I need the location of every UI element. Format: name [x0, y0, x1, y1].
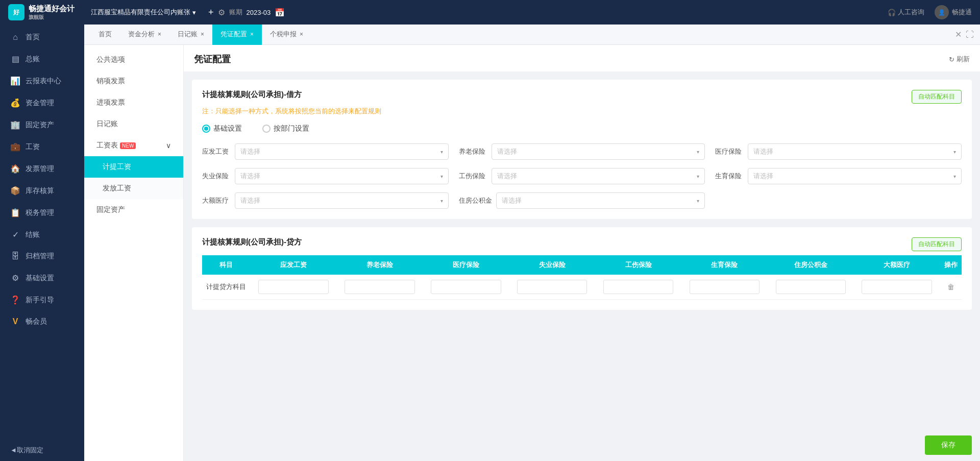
radio-basic-label: 基础设置 — [213, 124, 242, 133]
select-yiliao[interactable]: 请选择 ▾ — [748, 143, 962, 160]
gear-icon: ⚙ — [10, 273, 20, 283]
tab-journal[interactable]: 日记账 × — [169, 25, 212, 45]
nav-fixed-assets[interactable]: 固定资产 — [84, 199, 183, 221]
select-gongshang[interactable]: 请选择 ▾ — [492, 168, 705, 184]
sidebar-item-salary[interactable]: 💼 工资 — [0, 136, 84, 158]
sidebar-item-settlement[interactable]: ✓ 结账 — [0, 224, 84, 246]
sidebar-label-guide: 新手引导 — [26, 296, 54, 305]
radio-group: 基础设置 按部门设置 — [202, 124, 962, 133]
select-yingfa[interactable]: 请选择 ▾ — [235, 143, 449, 160]
sidebar-item-guide[interactable]: ❓ 新手引导 — [0, 289, 84, 311]
select-shiye[interactable]: 请选择 ▾ — [235, 168, 449, 184]
logo-text: 畅捷通好会计 — [29, 4, 75, 14]
col-daeyiliao: 大额医疗 — [854, 255, 940, 275]
tab-tax-close[interactable]: × — [300, 31, 303, 38]
input-shiye[interactable] — [517, 280, 587, 294]
radio-basic[interactable]: 基础设置 — [202, 124, 242, 133]
company-selector[interactable]: 江西服宝精品有限责任公司内账张 ▾ — [91, 8, 196, 17]
sidebar-item-ledger[interactable]: ▤ 总账 — [0, 48, 84, 70]
sidebar-item-home[interactable]: ⌂ 首页 — [0, 27, 84, 48]
nav-sales[interactable]: 销项发票 — [84, 70, 183, 92]
guide-icon: ❓ — [10, 295, 20, 305]
sidebar-label-invoice: 发票管理 — [26, 164, 54, 174]
sidebar-item-funds[interactable]: 💰 资金管理 — [0, 92, 84, 114]
sidebar-label-member: 畅会员 — [26, 317, 47, 326]
tab-journal-close[interactable]: × — [201, 31, 204, 38]
save-button[interactable]: 保存 — [925, 435, 972, 455]
radio-dept[interactable]: 按部门设置 — [262, 124, 309, 133]
field-yanglao: 养老保险 请选择 ▾ — [459, 143, 705, 160]
input-yingfa[interactable] — [258, 280, 329, 294]
tab-funds-close[interactable]: × — [158, 31, 161, 38]
nav-calc-salary[interactable]: 计提工资 — [84, 156, 183, 178]
chevron-down-icon: ▾ — [697, 149, 699, 155]
nav-pay-salary[interactable]: 发放工资 — [84, 178, 183, 199]
input-yiliao[interactable] — [431, 280, 501, 294]
refresh-label: 刷新 — [957, 55, 970, 64]
sidebar-item-settings[interactable]: ⚙ 基础设置 — [0, 267, 84, 289]
nav-salary-table[interactable]: 工资表NEW ∨ — [84, 135, 183, 156]
tab-voucher-close[interactable]: × — [250, 31, 254, 38]
label-shiye: 失业保险 — [202, 172, 231, 181]
company-name: 江西服宝精品有限责任公司内账张 — [91, 8, 190, 17]
label-yingfa: 应发工资 — [202, 147, 231, 156]
sidebar-item-inventory[interactable]: 📦 库存核算 — [0, 180, 84, 202]
settings-button[interactable]: ⚙ — [218, 8, 225, 17]
field-shiye: 失业保险 请选择 ▾ — [202, 168, 449, 184]
cell-gongshang — [595, 275, 681, 300]
input-shengyu[interactable] — [690, 280, 760, 294]
col-yiliao: 医疗保险 — [423, 255, 509, 275]
input-zhufang[interactable] — [776, 280, 846, 294]
new-badge: NEW — [120, 142, 136, 149]
service-button[interactable]: 🎧 人工咨询 — [888, 8, 924, 17]
logo: 好 畅捷通好会计 旗舰版 — [8, 4, 75, 21]
sidebar-label-tax: 税务管理 — [26, 208, 54, 217]
credit-auto-match-button[interactable]: 自动匹配科目 — [912, 237, 962, 251]
period-label: 账期 — [229, 8, 242, 17]
label-yiliao: 医疗保险 — [715, 147, 744, 156]
tab-voucher[interactable]: 凭证配置 × — [212, 25, 262, 45]
select-daeyiliao[interactable]: 请选择 ▾ — [235, 192, 449, 209]
input-gongshang[interactable] — [603, 280, 674, 294]
col-gongshang: 工伤保险 — [595, 255, 681, 275]
cancel-fixed-button[interactable]: ◄取消固定 — [0, 440, 84, 461]
refresh-icon: ↻ — [949, 56, 954, 63]
field-gongshang: 工伤保险 请选择 ▾ — [459, 168, 705, 184]
field-shengyu: 生育保险 请选择 ▾ — [715, 168, 962, 184]
tab-funds[interactable]: 资金分析 × — [120, 25, 169, 45]
cell-yiliao — [423, 275, 509, 300]
select-yanglao[interactable]: 请选择 ▾ — [492, 143, 705, 160]
sidebar-item-archive[interactable]: 🗄 归档管理 — [0, 246, 84, 267]
radio-dept-circle — [262, 125, 271, 133]
calendar-button[interactable]: 📅 — [275, 8, 285, 17]
reports-icon: 📊 — [10, 76, 20, 86]
cell-subject-label: 计提贷方科目 — [202, 275, 251, 300]
nav-purchase[interactable]: 进项发票 — [84, 92, 183, 113]
col-yingfa: 应发工资 — [251, 255, 337, 275]
credit-section-header: 计提核算规则(公司承担)-贷方 自动匹配科目 — [202, 237, 962, 251]
debit-section: 计提核算规则(公司承担)-借方 自动匹配科目 注：只能选择一种方式，系统将按照您… — [192, 80, 972, 219]
refresh-button[interactable]: ↻ 刷新 — [949, 55, 970, 64]
sidebar-item-invoice[interactable]: 🏠 发票管理 — [0, 158, 84, 180]
sidebar-item-tax[interactable]: 📋 税务管理 — [0, 202, 84, 224]
main-panel: 凭证配置 ↻ 刷新 计提核算规则(公司承担)-借方 自动匹配科目 注：只能选择一… — [184, 45, 980, 461]
input-daeyiliao[interactable] — [862, 280, 932, 294]
select-shengyu-placeholder: 请选择 — [753, 172, 773, 181]
tab-home[interactable]: 首页 — [90, 25, 120, 45]
sidebar-item-reports[interactable]: 📊 云报表中心 — [0, 70, 84, 92]
select-shengyu[interactable]: 请选择 ▾ — [748, 168, 962, 184]
select-zhufang[interactable]: 请选择 ▾ — [496, 192, 705, 209]
sidebar-item-assets[interactable]: 🏢 固定资产 — [0, 114, 84, 136]
label-daeyiliao: 大额医疗 — [202, 196, 231, 205]
nav-public[interactable]: 公共选项 — [84, 49, 183, 70]
tab-tax[interactable]: 个税申报 × — [262, 25, 311, 45]
delete-row-button[interactable]: 🗑 — [947, 283, 954, 291]
debit-auto-match-button[interactable]: 自动匹配科目 — [912, 90, 962, 104]
tab-close-all[interactable]: ✕ — [955, 30, 962, 39]
sidebar-item-member[interactable]: V 畅会员 — [0, 311, 84, 332]
tab-fullscreen[interactable]: ⛶ — [966, 30, 974, 39]
add-button[interactable]: + — [208, 7, 214, 18]
nav-journal[interactable]: 日记账 — [84, 113, 183, 135]
debit-form-grid: 应发工资 请选择 ▾ 养老保险 请选择 ▾ — [202, 143, 962, 209]
input-yanglao[interactable] — [345, 280, 415, 294]
